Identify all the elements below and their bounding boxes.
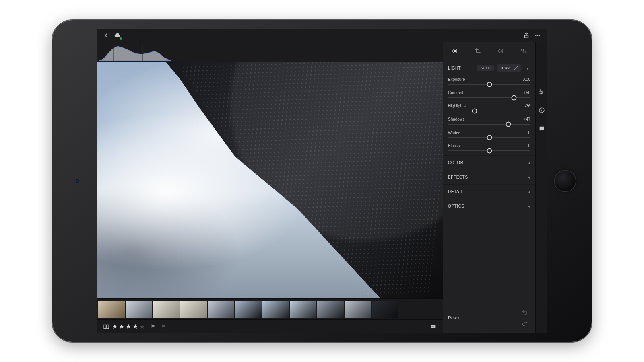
slider-thumb[interactable] [472, 109, 477, 114]
svg-point-24 [541, 93, 542, 94]
undo-button[interactable] [519, 306, 530, 318]
slider-label: Highlights [448, 104, 466, 108]
slider-thumb[interactable] [512, 95, 517, 101]
image-canvas[interactable] [97, 62, 443, 298]
slider-track[interactable] [448, 137, 530, 138]
section-color[interactable]: COLOR◂ [443, 155, 535, 170]
tab-presets[interactable] [495, 45, 506, 57]
app-screen: ★★★★★ ⚑ ⚑ [97, 29, 547, 333]
filmstrip-thumb[interactable] [153, 301, 180, 318]
filmstrip-thumb[interactable] [262, 301, 289, 318]
right-rail [535, 42, 547, 333]
svg-rect-0 [524, 35, 528, 38]
rail-adjust-icon[interactable] [536, 86, 547, 97]
slider-whites[interactable]: Whites0 [443, 129, 535, 142]
slider-track[interactable] [448, 124, 530, 125]
rating-stars[interactable]: ★★★★★ [112, 323, 145, 330]
tab-heal[interactable] [518, 45, 529, 57]
rail-info-icon[interactable] [536, 105, 547, 116]
slider-exposure[interactable]: Exposure0.00 [443, 76, 535, 89]
svg-rect-10 [431, 325, 436, 328]
left-column: ★★★★★ ⚑ ⚑ [97, 42, 443, 333]
svg-point-16 [522, 49, 524, 51]
tablet-device-frame: ★★★★★ ⚑ ⚑ [52, 20, 592, 342]
histogram[interactable] [99, 44, 171, 61]
chevron-left-icon: ◂ [528, 175, 530, 179]
redo-button[interactable] [519, 318, 530, 329]
slider-thumb[interactable] [487, 82, 492, 87]
slider-value: -36 [525, 104, 530, 108]
slider-value: +47 [524, 117, 530, 121]
filmstrip-thumb[interactable] [98, 301, 125, 318]
slider-track[interactable] [448, 111, 530, 111]
flag-reject-button[interactable]: ⚑ [161, 323, 166, 329]
auto-button[interactable]: AUTO [477, 65, 494, 71]
filmstrip-thumb[interactable] [208, 301, 234, 318]
slider-value: 0.00 [523, 77, 530, 82]
filmstrip-thumb[interactable] [345, 301, 371, 318]
slider-highlights[interactable]: Highlights-36 [443, 102, 535, 115]
slider-value: 0 [528, 130, 530, 135]
section-optics[interactable]: OPTICS◂ [443, 199, 535, 213]
slider-thumb[interactable] [487, 135, 492, 140]
tab-crop[interactable] [472, 45, 483, 57]
filmstrip-thumb[interactable] [317, 301, 344, 318]
svg-point-14 [499, 49, 503, 53]
svg-point-2 [537, 35, 538, 36]
section-detail[interactable]: DETAIL◂ [443, 184, 535, 199]
slider-blacks[interactable]: Blacks0 [443, 142, 535, 155]
filmstrip-thumb[interactable] [126, 301, 152, 318]
filmstrip-thumb[interactable] [372, 301, 398, 318]
chevron-left-icon: ◂ [528, 161, 530, 165]
share-button[interactable] [521, 30, 532, 41]
section-effects[interactable]: EFFECTS◂ [443, 170, 535, 184]
svg-point-27 [541, 109, 542, 109]
slider-track[interactable] [448, 84, 530, 85]
slider-contrast[interactable]: Contrast+59 [443, 89, 535, 102]
cloud-sync-icon[interactable] [112, 30, 123, 41]
slider-label: Whites [448, 130, 460, 135]
curve-label: CURVE [500, 66, 512, 70]
front-camera [76, 179, 79, 183]
star-icon[interactable]: ★ [112, 323, 118, 330]
filmstrip[interactable] [97, 298, 443, 319]
collapsed-sections: COLOR◂EFFECTS◂DETAIL◂OPTICS◂ [443, 155, 535, 213]
svg-rect-8 [104, 325, 106, 328]
slider-track[interactable] [448, 97, 530, 98]
star-icon[interactable]: ★ [132, 323, 138, 330]
rail-comments-icon[interactable] [536, 123, 547, 134]
svg-point-1 [535, 35, 536, 36]
light-collapse-toggle[interactable]: ▾ [524, 66, 530, 70]
svg-point-17 [524, 51, 526, 53]
filmstrip-thumb[interactable] [180, 301, 207, 318]
slider-label: Blacks [448, 144, 460, 148]
tab-selective-edit[interactable] [449, 45, 460, 57]
compare-view-button[interactable] [101, 321, 112, 332]
more-button[interactable] [532, 30, 543, 41]
reset-button[interactable]: Reset [448, 315, 460, 320]
slider-thumb[interactable] [487, 148, 492, 154]
slider-label: Contrast [448, 90, 463, 95]
top-bar [97, 29, 547, 42]
filmstrip-thumb[interactable] [235, 301, 262, 318]
svg-rect-11 [432, 326, 435, 326]
section-title: EFFECTS [448, 175, 468, 179]
review-mode-button[interactable] [427, 321, 439, 332]
main-area: ★★★★★ ⚑ ⚑ [97, 42, 547, 333]
flag-pick-button[interactable]: ⚑ [151, 323, 155, 329]
slider-thumb[interactable] [506, 122, 511, 127]
home-button[interactable] [554, 170, 576, 192]
light-sliders: Exposure0.00Contrast+59Highlights-36Shad… [443, 76, 535, 155]
light-section-title: LIGHT [448, 66, 474, 70]
filmstrip-thumb[interactable] [290, 301, 316, 318]
back-button[interactable] [101, 30, 112, 41]
star-icon[interactable]: ★ [139, 323, 145, 330]
curve-button[interactable]: CURVE [497, 64, 521, 72]
slider-label: Exposure [448, 77, 465, 82]
slider-track[interactable] [448, 150, 530, 151]
svg-point-3 [539, 35, 540, 36]
slider-shadows[interactable]: Shadows+47 [443, 115, 535, 129]
edited-photo [97, 62, 443, 298]
star-icon[interactable]: ★ [126, 323, 131, 330]
star-icon[interactable]: ★ [119, 323, 124, 330]
